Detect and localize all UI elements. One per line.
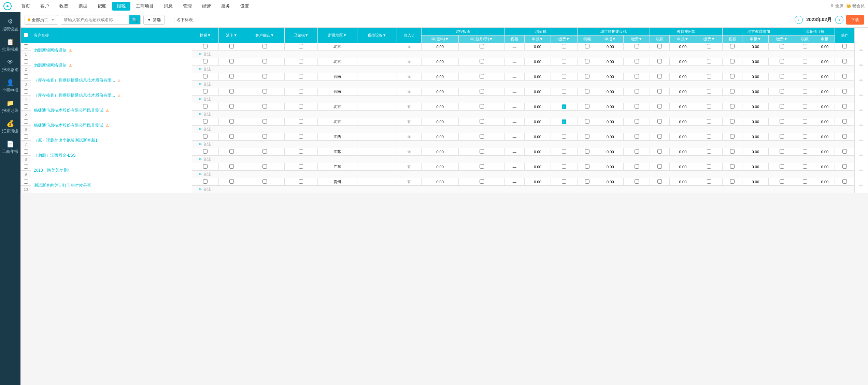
annual-report-checkbox[interactable] xyxy=(480,44,484,48)
vat-pay-checkbox[interactable] xyxy=(585,179,589,184)
vat-checkbox[interactable] xyxy=(562,89,566,94)
local-declare-checkbox[interactable] xyxy=(780,44,784,48)
copy-tax-checkbox[interactable] xyxy=(203,149,208,154)
download-button[interactable]: 下载 xyxy=(846,15,864,25)
edu-pay-checkbox[interactable] xyxy=(730,59,735,63)
row-checkbox[interactable] xyxy=(24,44,28,48)
row-checkbox[interactable] xyxy=(24,59,28,63)
vat-pay-checkbox[interactable] xyxy=(585,134,589,139)
confirm-checkbox[interactable] xyxy=(262,104,267,109)
stamp-declare-checkbox[interactable] xyxy=(842,119,847,124)
vip-btn[interactable]: 👑 畅会员 xyxy=(846,3,865,9)
confirm-checkbox[interactable] xyxy=(262,179,267,184)
name-label-button[interactable]: 名下标表 xyxy=(167,15,196,25)
row-checkbox[interactable] xyxy=(24,119,28,124)
nav-service[interactable]: 服务 xyxy=(216,2,235,11)
copy-tax-checkbox[interactable] xyxy=(203,134,208,139)
vat-checkbox[interactable] xyxy=(562,74,566,79)
edu-pay-checkbox[interactable] xyxy=(730,149,735,154)
city-pay-checkbox[interactable] xyxy=(657,104,662,109)
edu-declare-checkbox[interactable] xyxy=(707,89,711,94)
confirm-checkbox[interactable] xyxy=(262,44,267,48)
nav-invoice[interactable]: 票据 xyxy=(74,2,92,11)
annual-report-checkbox[interactable] xyxy=(480,89,484,94)
local-declare-checkbox[interactable] xyxy=(780,74,784,79)
city-declare-checkbox[interactable] xyxy=(635,89,639,94)
edit-button[interactable]: ✏ xyxy=(859,63,863,68)
annual-report-checkbox[interactable] xyxy=(480,59,484,63)
city-pay-checkbox[interactable] xyxy=(657,44,662,48)
company-name-link[interactable]: （原）误删勿改李艳珍测试斯春新1 xyxy=(34,138,98,143)
edit-button[interactable]: ✏ xyxy=(859,153,863,158)
city-declare-checkbox[interactable] xyxy=(635,44,639,48)
city-pay-checkbox[interactable] xyxy=(657,179,662,184)
vat-pay-checkbox[interactable] xyxy=(585,44,589,48)
local-declare-checkbox[interactable] xyxy=(780,134,784,139)
local-pay-checkbox[interactable] xyxy=(803,89,807,94)
clear-card-checkbox[interactable] xyxy=(229,44,234,48)
filter-button[interactable]: ▼ 筛选 xyxy=(143,15,165,25)
copy-tax-checkbox[interactable] xyxy=(203,74,208,79)
local-pay-checkbox[interactable] xyxy=(803,74,807,79)
vat-pay-checkbox[interactable] xyxy=(585,59,589,63)
vat-pay-checkbox[interactable] xyxy=(585,164,589,169)
nav-message[interactable]: 消息 xyxy=(159,2,177,11)
stamp-declare-checkbox[interactable] xyxy=(842,44,847,48)
city-declare-checkbox[interactable] xyxy=(635,59,639,63)
edit-button[interactable]: ✏ xyxy=(859,123,863,128)
annual-report-checkbox[interactable] xyxy=(480,74,484,79)
row-checkbox[interactable] xyxy=(24,104,28,109)
local-pay-checkbox[interactable] xyxy=(803,179,807,184)
name-label-checkbox[interactable] xyxy=(171,18,175,22)
edu-pay-checkbox[interactable] xyxy=(730,119,735,124)
clear-card-checkbox[interactable] xyxy=(229,119,234,124)
sidebar-tax-overview[interactable]: 👁 报税总览 xyxy=(0,56,20,75)
edit-button[interactable]: ✏ xyxy=(859,78,863,83)
select-all-checkbox[interactable] xyxy=(24,33,28,37)
edu-declare-checkbox[interactable] xyxy=(707,149,711,154)
paid-checkbox[interactable] xyxy=(299,164,303,169)
edu-declare-checkbox[interactable] xyxy=(707,179,711,184)
nav-operation[interactable]: 经营 xyxy=(197,2,216,11)
edu-declare-checkbox[interactable] xyxy=(707,74,711,79)
city-declare-checkbox[interactable] xyxy=(635,119,639,124)
edu-declare-checkbox[interactable] xyxy=(707,134,711,139)
nav-management[interactable]: 管理 xyxy=(178,2,197,11)
vat-pay-checkbox[interactable] xyxy=(585,119,589,124)
vat-checkbox[interactable] xyxy=(562,134,566,139)
paid-checkbox[interactable] xyxy=(299,179,303,184)
vat-pay-checkbox[interactable] xyxy=(585,74,589,79)
local-declare-checkbox[interactable] xyxy=(780,119,784,124)
annual-report-checkbox[interactable] xyxy=(480,119,484,124)
clear-card-checkbox[interactable] xyxy=(229,179,234,184)
clear-card-checkbox[interactable] xyxy=(229,149,234,154)
row-checkbox[interactable] xyxy=(24,165,28,169)
company-name-link[interactable]: （库存核算）直播畅捷通信息技术股份有限... xyxy=(34,78,115,83)
clear-card-checkbox[interactable] xyxy=(229,89,234,94)
company-name-link[interactable]: 测试斯春的凭证打印的时候是否 xyxy=(34,183,91,188)
annual-report-checkbox[interactable] xyxy=(480,149,484,154)
company-name-link[interactable]: 勿删新锐网络通信 xyxy=(34,63,67,68)
annual-report-checkbox[interactable] xyxy=(480,134,484,139)
city-pay-checkbox[interactable] xyxy=(657,149,662,154)
city-pay-checkbox[interactable] xyxy=(657,164,662,169)
edu-pay-checkbox[interactable] xyxy=(730,89,735,94)
paid-checkbox[interactable] xyxy=(299,44,303,48)
employee-filter[interactable]: 全部员工 ▼ xyxy=(25,15,58,25)
city-pay-checkbox[interactable] xyxy=(657,59,662,63)
next-month-button[interactable]: › xyxy=(835,16,843,24)
row-checkbox[interactable] xyxy=(24,89,28,94)
edu-pay-checkbox[interactable] xyxy=(730,44,735,48)
sidebar-personal-tax[interactable]: 👤 个税申报 xyxy=(0,76,20,96)
copy-tax-checkbox[interactable] xyxy=(203,89,208,94)
sidebar-annual-settlement[interactable]: 💰 汇算清缴 xyxy=(0,117,20,137)
stamp-declare-checkbox[interactable] xyxy=(842,164,847,169)
edu-pay-checkbox[interactable] xyxy=(730,104,735,109)
clear-card-checkbox[interactable] xyxy=(229,74,234,79)
paid-checkbox[interactable] xyxy=(299,149,303,154)
vat-checkbox[interactable] xyxy=(562,164,566,169)
local-declare-checkbox[interactable] xyxy=(780,179,784,184)
stamp-declare-checkbox[interactable] xyxy=(842,179,847,184)
edu-declare-checkbox[interactable] xyxy=(707,104,711,109)
nav-industrial[interactable]: 工商项目 xyxy=(131,2,158,11)
